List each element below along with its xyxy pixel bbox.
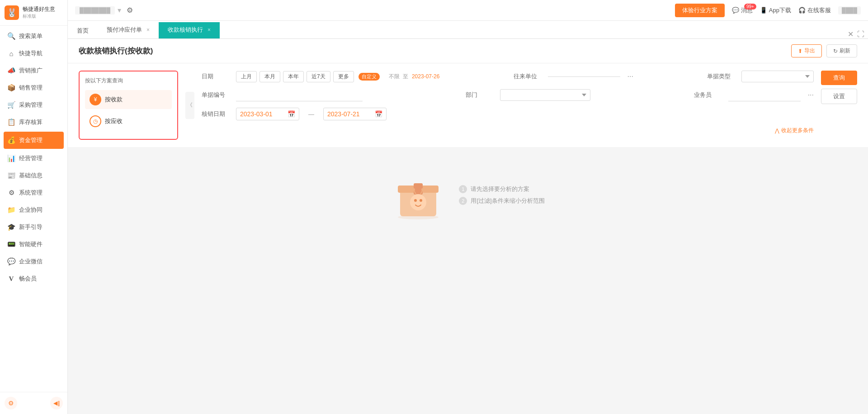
sidebar: 🐰 畅捷通好生意 标准版 🔍 搜索菜单 ⌂ 快捷导航 📣 营销推广 📦 销售管理… <box>0 0 68 414</box>
sidebar-item-label: 资金管理 <box>19 136 42 144</box>
sidebar-item-label: 采购管理 <box>19 101 42 109</box>
date-btn-more[interactable]: 更多 <box>333 71 354 82</box>
app-download-button[interactable]: 📱 App下载 <box>760 6 791 14</box>
collapse-more-button[interactable]: ⋀ 收起更多条件 <box>775 127 814 134</box>
sidebar-item-hardware[interactable]: 📟 智能硬件 <box>0 236 67 253</box>
message-button[interactable]: 💬 消息 99+ <box>732 6 753 14</box>
tab-collection-close-icon[interactable]: × <box>208 27 211 33</box>
bill-no-label: 单据编号 <box>202 91 229 99</box>
funds-icon: 💰 <box>7 136 15 144</box>
topbar-brand: ████████ ▾ <box>75 6 121 14</box>
topbar-actions: 体验行业方案 💬 消息 99+ 📱 App下载 🎧 在线客服 ████ <box>675 4 861 17</box>
sidebar-item-guide[interactable]: 🎓 新手引导 <box>0 219 67 236</box>
app-download-label: App下载 <box>769 6 791 14</box>
date-btn-7days[interactable]: 近7天 <box>307 71 330 82</box>
filter-option-by-receivable[interactable]: ◷ 按应收 <box>85 112 172 131</box>
wechat-icon: 💬 <box>7 257 15 266</box>
filter-option-label: 按应收 <box>105 117 123 125</box>
svg-point-8 <box>412 188 415 191</box>
sidebar-item-search[interactable]: 🔍 搜索菜单 <box>0 28 67 45</box>
sidebar-item-label: 搜索菜单 <box>19 32 42 40</box>
tab-prepay-close-icon[interactable]: × <box>146 27 150 33</box>
bill-type-select[interactable] <box>741 71 814 82</box>
sidebar-item-label: 快捷导航 <box>19 49 42 57</box>
online-service-button[interactable]: 🎧 在线客服 <box>798 6 831 14</box>
empty-step-2: 2 用[过滤]条件来缩小分析范围 <box>459 197 544 205</box>
sidebar-item-wechat[interactable]: 💬 企业微信 <box>0 253 67 270</box>
bill-no-input-area[interactable] <box>236 89 363 101</box>
verify-date-end-input[interactable]: 2023-07-21 📅 <box>323 108 387 120</box>
step-2-text: 用[过滤]条件来缩小分析范围 <box>471 197 544 205</box>
filter-row-verify-date: 核销日期 2023-03-01 📅 — 2023-07-21 📅 <box>202 108 814 120</box>
industry-solution-button[interactable]: 体验行业方案 <box>675 4 725 17</box>
purchase-icon: 🛒 <box>7 101 15 109</box>
sidebar-item-marketing[interactable]: 📣 营销推广 <box>0 62 67 79</box>
sidebar-item-collab[interactable]: 📁 企业协同 <box>0 201 67 219</box>
page-content: 收款核销执行(按收款) ⬆ 导出 ↻ 刷新 按以下方案查询 ¥ 按收款 <box>68 39 868 414</box>
tab-prepay[interactable]: 预付冲应付单 × <box>98 22 159 38</box>
sidebar-item-basics[interactable]: 📰 基础信息 <box>0 167 67 184</box>
gear-icon[interactable]: ⚙ <box>127 6 133 14</box>
calendar-start-icon: 📅 <box>288 110 295 118</box>
expand-tab-button[interactable]: ⛶ <box>857 30 864 38</box>
settings-button[interactable]: 设置 <box>821 89 857 104</box>
date-btn-this-month[interactable]: 本月 <box>259 71 280 82</box>
sidebar-item-member[interactable]: V 畅会员 <box>0 270 67 287</box>
sidebar-item-purchase[interactable]: 🛒 采购管理 <box>0 96 67 114</box>
tab-collection[interactable]: 收款核销执行 × <box>159 22 220 38</box>
sidebar-item-label: 智能硬件 <box>19 240 42 248</box>
member-icon: V <box>7 275 15 283</box>
chevron-down-icon[interactable]: ▾ <box>118 6 121 14</box>
collapse-arrow-icon: 《 <box>187 101 193 109</box>
main-content: ████████ ▾ ⚙ 体验行业方案 💬 消息 99+ 📱 App下载 🎧 在… <box>68 0 868 414</box>
app-name: 畅捷通好生意 <box>23 6 55 13</box>
basics-icon: 📰 <box>7 171 15 180</box>
party-input-area[interactable] <box>548 76 620 77</box>
empty-steps: 1 请先选择要分析的方案 2 用[过滤]条件来缩小分析范围 <box>459 185 544 209</box>
verify-date-start-input[interactable]: 2023-03-01 📅 <box>236 108 299 120</box>
filter-option-label: 按收款 <box>105 95 123 104</box>
step-2-number: 2 <box>459 197 467 205</box>
close-tab-button[interactable]: ✕ <box>848 30 854 38</box>
filter-area: 按以下方案查询 ¥ 按收款 ◷ 按应收 《 日期 <box>68 63 868 147</box>
hardware-icon: 📟 <box>7 240 15 248</box>
collab-icon: 📁 <box>7 206 15 214</box>
settings-bottom-icon[interactable]: ⚙ <box>5 397 17 409</box>
app-logo-icon: 🐰 <box>5 5 19 20</box>
dept-select[interactable] <box>500 89 590 101</box>
staff-input-area[interactable] <box>728 89 801 101</box>
date-btn-last-month[interactable]: 上月 <box>236 71 257 82</box>
export-button[interactable]: ⬆ 导出 <box>791 44 822 57</box>
collection-option-icon: ¥ <box>90 94 101 105</box>
filter-form: 日期 上月 本月 本年 近7天 更多 自定义 不限 至 2023-07-26 <box>202 71 814 140</box>
filter-sidebar-collapse-button[interactable]: 《 <box>185 92 194 119</box>
sidebar-item-inventory[interactable]: 📋 库存核算 <box>0 114 67 131</box>
custom-tag: 自定义 <box>359 73 380 81</box>
filter-option-by-collection[interactable]: ¥ 按收款 <box>85 90 172 109</box>
home-icon: ⌂ <box>7 49 15 57</box>
collapse-sidebar-icon[interactable]: ◀‖ <box>50 397 63 409</box>
query-button[interactable]: 查询 <box>821 71 857 85</box>
party-more-icon[interactable]: ··· <box>627 72 633 81</box>
sidebar-item-sales[interactable]: 📦 销售管理 <box>0 79 67 96</box>
page-header-actions: ⬆ 导出 ↻ 刷新 <box>791 44 857 57</box>
sidebar-bottom: ⚙ ◀‖ <box>0 392 67 414</box>
sidebar-item-funds[interactable]: 💰 资金管理 <box>4 132 64 149</box>
sidebar-item-nav[interactable]: ⌂ 快捷导航 <box>0 45 67 62</box>
sidebar-item-operations[interactable]: 📊 经营管理 <box>0 150 67 167</box>
message-badge: 99+ <box>744 4 756 10</box>
tab-home[interactable]: 首页 <box>68 23 98 38</box>
sidebar-item-label: 库存核算 <box>19 118 42 126</box>
date-no-limit-area: 不限 至 2023-07-26 <box>389 73 440 81</box>
sidebar-item-system[interactable]: ⚙ 系统管理 <box>0 184 67 201</box>
company-name: ████████ <box>75 6 115 14</box>
export-icon: ⬆ <box>798 48 802 54</box>
sidebar-nav: 🔍 搜索菜单 ⌂ 快捷导航 📣 营销推广 📦 销售管理 🛒 采购管理 📋 库存核… <box>0 26 67 392</box>
date-btn-this-year[interactable]: 本年 <box>283 71 304 82</box>
staff-more-icon[interactable]: ··· <box>808 91 814 99</box>
step-1-number: 1 <box>459 185 467 193</box>
page-header: 收款核销执行(按收款) ⬆ 导出 ↻ 刷新 <box>68 39 868 63</box>
collapse-chevron-icon: ⋀ <box>775 128 779 134</box>
refresh-button[interactable]: ↻ 刷新 <box>826 44 857 57</box>
date-to-label: 至 <box>403 73 408 80</box>
